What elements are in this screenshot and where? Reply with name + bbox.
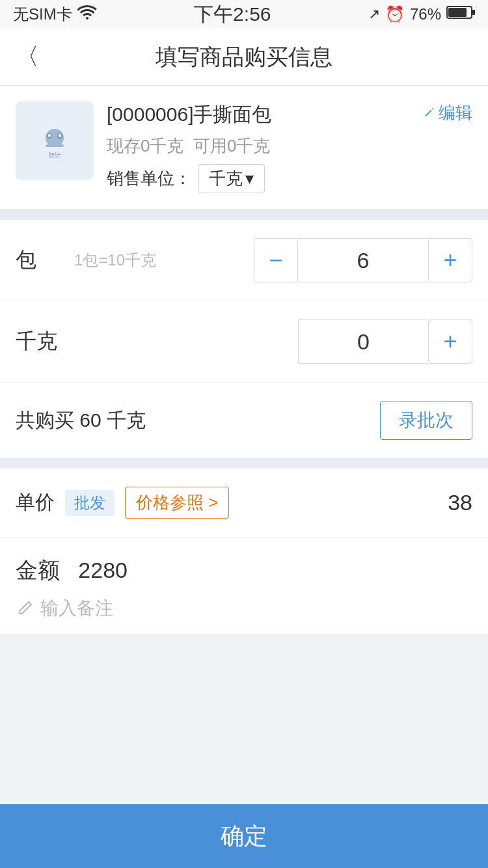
- back-button[interactable]: 〈: [16, 41, 39, 73]
- unit-label: 销售单位：: [107, 167, 191, 190]
- kg-quantity-row: 千克 +: [0, 301, 488, 383]
- confirm-button[interactable]: 确定: [0, 804, 488, 868]
- kg-controls: +: [298, 319, 472, 364]
- kg-input[interactable]: [298, 319, 428, 364]
- status-left: 无SIM卡: [13, 4, 97, 25]
- svg-point-6: [48, 134, 51, 137]
- amount-row: 金额 2280: [16, 556, 472, 586]
- product-image: 智计: [16, 102, 94, 180]
- svg-rect-2: [448, 8, 467, 17]
- summary-text: 共购买 60 千克: [16, 407, 146, 434]
- kg-label: 千克: [16, 327, 68, 356]
- note-placeholder: 输入备注: [40, 596, 113, 621]
- status-time: 下午2:56: [194, 1, 271, 28]
- bao-label: 包: [16, 246, 68, 275]
- summary-row: 共购买 60 千克 录批次: [0, 383, 488, 458]
- price-value: 38: [448, 490, 472, 515]
- bottom-spacer: [0, 634, 488, 829]
- carrier-text: 无SIM卡: [13, 4, 72, 25]
- kg-increment-button[interactable]: +: [428, 319, 472, 364]
- status-right: ↗ ⏰ 76%: [368, 5, 475, 23]
- note-row[interactable]: 输入备注: [16, 596, 472, 621]
- unit-select[interactable]: 千克 ▾: [198, 164, 265, 193]
- price-label: 单价: [16, 489, 55, 516]
- quantity-section: 包 1包=10千克 − + 千克 +: [0, 220, 488, 383]
- section-divider-1: [0, 210, 488, 220]
- product-unit-row: 销售单位： 千克 ▾: [107, 164, 472, 193]
- edit-button[interactable]: 编辑: [423, 102, 472, 124]
- bao-decrement-button[interactable]: −: [254, 238, 298, 282]
- bao-input[interactable]: [298, 238, 428, 282]
- bao-quantity-row: 包 1包=10千克 − +: [0, 220, 488, 301]
- price-row: 单价 批发 价格参照 > 38: [0, 468, 488, 537]
- wifi-icon: [77, 5, 97, 23]
- product-card: 智计 [0000006]手撕面包 编辑 现存0千克 可用0千克 销售单位： 千克…: [0, 86, 488, 210]
- amount-label: 金额: [16, 558, 60, 582]
- status-bar: 无SIM卡 下午2:56 ↗ ⏰ 76%: [0, 0, 488, 29]
- location-icon: ↗: [368, 6, 380, 23]
- product-info: [0000006]手撕面包 编辑 现存0千克 可用0千克 销售单位： 千克 ▾: [107, 102, 472, 193]
- svg-text:智计: 智计: [48, 152, 61, 159]
- pencil-icon: [16, 599, 34, 617]
- bao-increment-button[interactable]: +: [428, 238, 472, 282]
- edit-label: 编辑: [439, 102, 472, 124]
- amount-value: 2280: [78, 558, 128, 582]
- price-ref-button[interactable]: 价格参照 >: [125, 487, 229, 519]
- product-name: [0000006]手撕面包: [107, 102, 271, 128]
- svg-rect-8: [46, 144, 64, 147]
- price-tag: 批发: [65, 490, 115, 516]
- battery-text: 76%: [410, 5, 441, 23]
- svg-point-7: [59, 134, 61, 137]
- bao-hint: 1包=10千克: [74, 250, 254, 271]
- product-stock: 现存0千克 可用0千克: [107, 135, 472, 157]
- svg-rect-1: [472, 10, 475, 15]
- alarm-icon: ⏰: [385, 5, 405, 23]
- page-title: 填写商品购买信息: [156, 42, 332, 72]
- batch-button[interactable]: 录批次: [380, 401, 472, 440]
- bao-controls: − +: [254, 238, 472, 282]
- page-header: 〈 填写商品购买信息: [0, 29, 488, 86]
- section-divider-2: [0, 458, 488, 468]
- amount-section: 金额 2280 输入备注: [0, 537, 488, 634]
- battery-icon: [446, 5, 475, 23]
